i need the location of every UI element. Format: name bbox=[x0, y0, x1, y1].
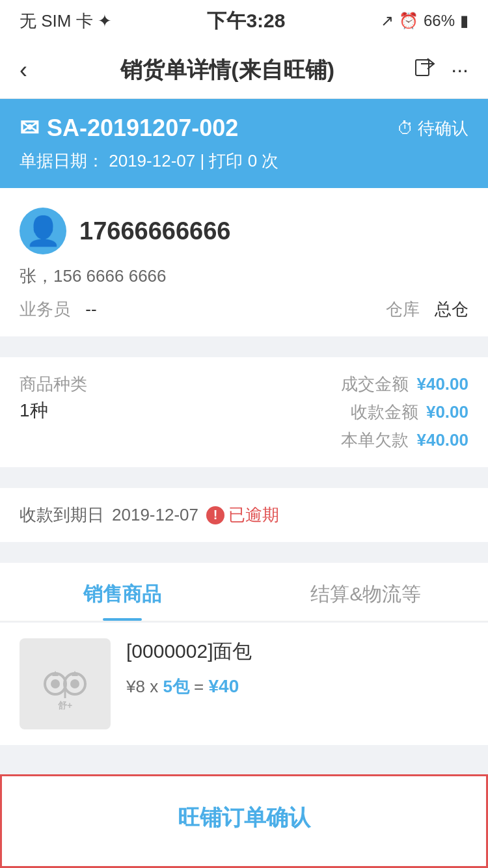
overdue-icon: ! bbox=[206, 506, 224, 524]
received-row: 收款金额 ¥0.00 bbox=[351, 401, 468, 424]
avatar-icon: 👤 bbox=[25, 214, 61, 248]
due-value: ¥40.00 bbox=[416, 430, 468, 450]
tab-settlement[interactable]: 结算&物流等 bbox=[244, 563, 488, 621]
product-image: 舒+ bbox=[20, 638, 111, 729]
quantity: 5包 bbox=[163, 677, 189, 696]
customer-name: 张，156 6666 6666 bbox=[20, 265, 468, 288]
overdue-badge: ! 已逾期 bbox=[206, 504, 279, 526]
battery-icon: ▮ bbox=[460, 12, 468, 30]
status-clock-icon: ⏱ bbox=[397, 118, 414, 139]
status-right: ↗ ⏰ 66% ▮ bbox=[381, 12, 468, 30]
back-button[interactable]: ‹ bbox=[20, 57, 40, 84]
divider-2 bbox=[0, 478, 488, 488]
order-icon: ✉ bbox=[20, 115, 39, 142]
due-date-value: 2019-12-07 bbox=[112, 505, 198, 525]
due-label: 本单欠款 bbox=[341, 429, 409, 452]
nav-actions: ··· bbox=[414, 57, 468, 83]
product-logo-svg: 舒+ bbox=[33, 651, 98, 716]
warehouse-row: 仓库 总仓 bbox=[386, 298, 468, 321]
overdue-text: 已逾期 bbox=[228, 504, 279, 526]
location-icon: ↗ bbox=[381, 12, 394, 30]
nav-bar: ‹ 销货单详情(来自旺铺) ··· bbox=[0, 42, 488, 99]
alarm-icon: ⏰ bbox=[399, 12, 418, 30]
order-id-text: SA-20191207-002 bbox=[47, 115, 238, 142]
confirm-order-button[interactable]: 旺铺订单确认 bbox=[21, 789, 467, 847]
status-time: 下午3:28 bbox=[207, 8, 285, 34]
divider-3 bbox=[0, 552, 488, 563]
warehouse-value: 总仓 bbox=[435, 299, 468, 319]
tab-settlement-label: 结算&物流等 bbox=[310, 583, 421, 604]
sim-label: 无 SIM 卡 ✦ bbox=[20, 10, 112, 33]
avatar: 👤 bbox=[20, 208, 66, 254]
product-section: 舒+ [0000002]面包 ¥8 x 5包 = ¥40 bbox=[0, 623, 488, 745]
received-label: 收款金额 bbox=[351, 401, 418, 424]
order-status: ⏱ 待确认 bbox=[397, 117, 468, 140]
status-text: 待确认 bbox=[418, 117, 468, 140]
print-info: | 打印 0 次 bbox=[200, 151, 278, 170]
customer-section: 👤 17666666666 张，156 6666 6666 业务员 -- 仓库 … bbox=[0, 188, 488, 336]
more-icon[interactable]: ··· bbox=[451, 58, 468, 82]
tab-products-label: 销售商品 bbox=[83, 583, 161, 604]
salesman-row: 业务员 -- bbox=[20, 298, 97, 321]
tab-products[interactable]: 销售商品 bbox=[0, 563, 244, 621]
battery-level: 66% bbox=[424, 12, 455, 30]
customer-row: 👤 17666666666 bbox=[20, 208, 468, 254]
status-bar: 无 SIM 卡 ✦ 下午3:28 ↗ ⏰ 66% ▮ bbox=[0, 0, 488, 42]
due-row: 本单欠款 ¥40.00 bbox=[341, 429, 468, 452]
page-title: 销货单详情(来自旺铺) bbox=[40, 55, 414, 85]
product-type-value: 1种 bbox=[20, 398, 87, 423]
due-date-section: 收款到期日 2019-12-07 ! 已逾期 bbox=[0, 488, 488, 542]
svg-point-4 bbox=[51, 679, 60, 688]
amount-value: ¥40.00 bbox=[416, 374, 468, 394]
product-type: 商品种类 1种 bbox=[20, 373, 87, 423]
customer-phone: 17666666666 bbox=[79, 217, 230, 245]
tabs-section: 销售商品 结算&物流等 bbox=[0, 563, 488, 621]
share-icon[interactable] bbox=[414, 57, 435, 83]
product-type-label: 商品种类 bbox=[20, 373, 87, 396]
product-name: [0000002]面包 bbox=[126, 638, 468, 665]
order-id-row: ✉ SA-20191207-002 ⏱ 待确认 bbox=[20, 115, 468, 142]
received-value: ¥0.00 bbox=[426, 402, 468, 422]
svg-point-5 bbox=[70, 679, 79, 688]
summary-row: 商品种类 1种 成交金额 ¥40.00 收款金额 ¥0.00 本单欠款 ¥40.… bbox=[20, 373, 468, 452]
divider-1 bbox=[0, 347, 488, 357]
product-total: ¥40 bbox=[208, 676, 239, 696]
customer-details: 业务员 -- 仓库 总仓 bbox=[20, 298, 468, 321]
tabs-row: 销售商品 结算&物流等 bbox=[0, 563, 488, 621]
amounts: 成交金额 ¥40.00 收款金额 ¥0.00 本单欠款 ¥40.00 bbox=[341, 373, 468, 452]
price-text: ¥8 x bbox=[126, 677, 163, 696]
amount-label: 成交金额 bbox=[341, 373, 409, 396]
product-price: ¥8 x 5包 = ¥40 bbox=[126, 675, 468, 698]
salesman-label: 业务员 bbox=[20, 299, 70, 319]
status-left: 无 SIM 卡 ✦ bbox=[20, 10, 112, 33]
amount-row: 成交金额 ¥40.00 bbox=[341, 373, 468, 396]
bottom-bar: 旺铺订单确认 bbox=[0, 774, 488, 868]
product-logo-container: 舒+ bbox=[20, 638, 111, 729]
equals: = bbox=[189, 677, 209, 696]
order-date: 2019-12-07 bbox=[109, 151, 195, 170]
product-info: [0000002]面包 ¥8 x 5包 = ¥40 bbox=[126, 638, 468, 698]
svg-text:舒+: 舒+ bbox=[58, 700, 72, 711]
salesman-value: -- bbox=[85, 299, 96, 319]
date-label: 单据日期： bbox=[20, 151, 104, 170]
order-id: ✉ SA-20191207-002 bbox=[20, 115, 238, 142]
summary-section: 商品种类 1种 成交金额 ¥40.00 收款金额 ¥0.00 本单欠款 ¥40.… bbox=[0, 357, 488, 467]
warehouse-label: 仓库 bbox=[386, 299, 420, 319]
svg-rect-0 bbox=[416, 60, 429, 75]
order-header: ✉ SA-20191207-002 ⏱ 待确认 单据日期： 2019-12-07… bbox=[0, 99, 488, 188]
order-meta: 单据日期： 2019-12-07 | 打印 0 次 bbox=[20, 150, 468, 172]
due-date-label: 收款到期日 bbox=[20, 504, 104, 526]
